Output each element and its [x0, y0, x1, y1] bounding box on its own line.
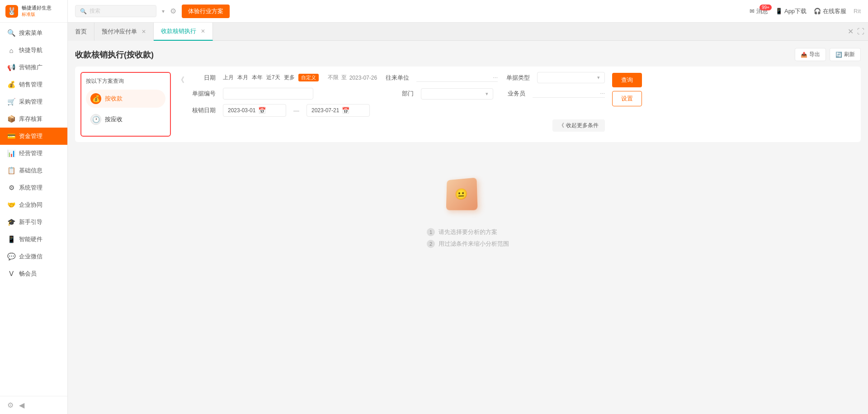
filter-more-area: 《 收起更多条件	[191, 119, 605, 132]
collapse-more-btn[interactable]: 《 收起更多条件	[552, 119, 605, 132]
export-icon: 📤	[801, 52, 807, 58]
sidebar-item-basic[interactable]: 📋 基础信息	[0, 162, 67, 179]
sidebar-menu: 🔍 搜索菜单 ⌂ 快捷导航 📢 营销推广 💰 销售管理 🛒 采购管理 📦 库存核…	[0, 23, 67, 396]
refresh-btn[interactable]: 🔄 刷新	[830, 48, 861, 61]
date-more[interactable]: 更多	[284, 74, 295, 81]
date-last-month[interactable]: 上月	[223, 74, 234, 81]
date-last-7days[interactable]: 近7天	[266, 74, 280, 81]
sidebar-label-fund: 资金管理	[19, 132, 42, 140]
filter-panel-title: 按以下方案查询	[86, 77, 165, 85]
by-collection-icon: 💰	[90, 93, 101, 104]
partner-input[interactable]	[416, 74, 491, 80]
tab-bar: 首页预付冲应付单✕收款核销执行✕ ✕ ⛶	[68, 23, 868, 41]
tab-close-prepay[interactable]: ✕	[142, 29, 146, 35]
setting-btn[interactable]: 设置	[612, 91, 642, 106]
online-service-btn[interactable]: 🎧 在线客服	[814, 7, 846, 15]
tab-collection[interactable]: 收款核销执行✕	[154, 23, 213, 41]
expand-tabs-icon[interactable]: ⛶	[857, 28, 864, 36]
page-header: 收款核销执行(按收款) 📤 导出 🔄 刷新	[75, 48, 861, 61]
tab-close-collection[interactable]: ✕	[201, 28, 205, 34]
refresh-icon: 🔄	[835, 52, 842, 58]
sidebar-item-inventory[interactable]: 📦 库存核算	[0, 110, 67, 128]
date-this-month[interactable]: 本月	[237, 74, 248, 81]
sidebar-bottom: ⚙ ◀	[0, 396, 67, 414]
logo-text: 畅捷通好生意 标准版	[22, 5, 52, 17]
purchase-icon: 🛒	[7, 98, 15, 106]
partner-ellipsis-icon[interactable]: ···	[493, 74, 498, 81]
topbar: 🔍 搜索 ▾ ⚙ 体验行业方案 ✉ 消息 99+ 📱 App下载 🎧 在线客服 …	[68, 0, 868, 23]
voucher-type-select[interactable]: ▾	[537, 72, 605, 83]
empty-state: 😐 1 请先选择要分析的方案 2 用过滤条件来缩小分析范围	[75, 142, 861, 288]
tab-prepay[interactable]: 预付冲应付单✕	[94, 23, 154, 41]
sidebar-label-guide: 新手引导	[19, 218, 42, 226]
sidebar-item-wechat[interactable]: 💬 企业微信	[0, 248, 67, 265]
dept-label: 部门	[389, 90, 414, 98]
voucher-no-input[interactable]	[223, 88, 313, 100]
sidebar-item-fund[interactable]: 💳 资金管理	[0, 128, 67, 145]
page-actions: 📤 导出 🔄 刷新	[795, 48, 861, 61]
topbar-chevron-icon[interactable]: ▾	[162, 8, 165, 14]
sidebar-item-quick-nav[interactable]: ⌂ 快捷导航	[0, 42, 67, 59]
sidebar-item-marketing[interactable]: 📢 营销推广	[0, 59, 67, 76]
sidebar-label-hardware: 智能硬件	[19, 235, 42, 243]
filter-by-receivable[interactable]: 🕐 按应收	[86, 110, 165, 128]
collapse-more-label: 收起更多条件	[566, 122, 599, 129]
filter-collapse-btn[interactable]: 《	[176, 76, 185, 85]
date-this-year[interactable]: 本年	[252, 74, 263, 81]
sidebar-item-hardware[interactable]: 📱 智能硬件	[0, 231, 67, 248]
close-tab-icon[interactable]: ✕	[848, 27, 854, 36]
enterprise-icon: 🤝	[7, 201, 15, 209]
user-avatar[interactable]: Rit	[854, 8, 861, 14]
sidebar-label-search: 搜索菜单	[19, 29, 42, 37]
staff-input[interactable]	[533, 90, 598, 96]
search-icon: 🔍	[80, 8, 87, 14]
inventory-icon: 📦	[7, 115, 15, 123]
guide-icon: 🎓	[7, 218, 15, 226]
topbar-search[interactable]: 🔍 搜索	[75, 5, 156, 17]
verify-date-start-input[interactable]: 2023-03-01 📅	[223, 104, 286, 117]
topbar-gear-icon[interactable]: ⚙	[170, 7, 176, 15]
sidebar: 🐰 畅捷通好生意 标准版 🔍 搜索菜单 ⌂ 快捷导航 📢 营销推广 💰 销售管理…	[0, 0, 68, 414]
sidebar-label-wechat: 企业微信	[19, 252, 42, 261]
collapse-sidebar-icon[interactable]: ◀	[19, 401, 24, 409]
sales-icon: 💰	[7, 81, 15, 89]
dept-select[interactable]: ▾	[421, 88, 493, 100]
sidebar-item-purchase[interactable]: 🛒 采购管理	[0, 93, 67, 110]
sidebar-label-purchase: 采购管理	[19, 98, 42, 106]
sidebar-label-inventory: 库存核算	[19, 115, 42, 123]
staff-ellipsis-icon[interactable]: ···	[600, 90, 605, 96]
message-badge: 99+	[760, 5, 772, 10]
export-btn[interactable]: 📤 导出	[795, 48, 826, 61]
main-area: 🔍 搜索 ▾ ⚙ 体验行业方案 ✉ 消息 99+ 📱 App下载 🎧 在线客服 …	[68, 0, 868, 414]
filter-by-collection[interactable]: 💰 按收款	[86, 90, 165, 108]
sidebar-label-basic: 基础信息	[19, 167, 42, 175]
sidebar-item-sales[interactable]: 💰 销售管理	[0, 76, 67, 93]
sidebar-item-member[interactable]: Ⅴ 畅会员	[0, 265, 67, 282]
sidebar-item-search[interactable]: 🔍 搜索菜单	[0, 24, 67, 42]
filter-left-panel: 按以下方案查询 💰 按收款 🕐 按应收	[80, 72, 171, 137]
message-btn[interactable]: ✉ 消息 99+	[750, 7, 768, 15]
sidebar-label-member: 畅会员	[19, 270, 37, 278]
date-custom-badge[interactable]: 自定义	[298, 74, 319, 81]
query-btn[interactable]: 查询	[612, 73, 642, 87]
industry-btn[interactable]: 体验行业方案	[182, 5, 230, 18]
hardware-icon: 📱	[7, 235, 15, 243]
filter-form: 日期 上月 本月 本年 近7天 更多 自定义 不限 至	[191, 72, 605, 137]
sidebar-item-system[interactable]: ⚙ 系统管理	[0, 179, 67, 196]
verify-date-end-input[interactable]: 2023-07-21 📅	[307, 104, 370, 117]
sidebar-item-operation[interactable]: 📊 经营管理	[0, 145, 67, 162]
service-label: 在线客服	[823, 7, 846, 15]
filter-query-section: 日期 上月 本月 本年 近7天 更多 自定义 不限 至	[191, 72, 642, 137]
wechat-icon: 💬	[7, 252, 15, 261]
tab-label-collection: 收款核销执行	[161, 27, 196, 35]
tab-home[interactable]: 首页	[68, 23, 94, 41]
sidebar-item-guide[interactable]: 🎓 新手引导	[0, 214, 67, 231]
app-download-btn[interactable]: 📱 App下载	[775, 7, 807, 15]
filter-rows: 日期 上月 本月 本年 近7天 更多 自定义 不限 至	[191, 72, 605, 117]
sidebar-item-enterprise[interactable]: 🤝 企业协同	[0, 196, 67, 214]
filter-row-1: 日期 上月 本月 本年 近7天 更多 自定义 不限 至	[191, 72, 605, 83]
settings-icon[interactable]: ⚙	[7, 401, 14, 409]
operation-icon: 📊	[7, 149, 15, 157]
sidebar-label-operation: 经营管理	[19, 149, 42, 157]
calendar-start-icon: 📅	[258, 107, 266, 114]
